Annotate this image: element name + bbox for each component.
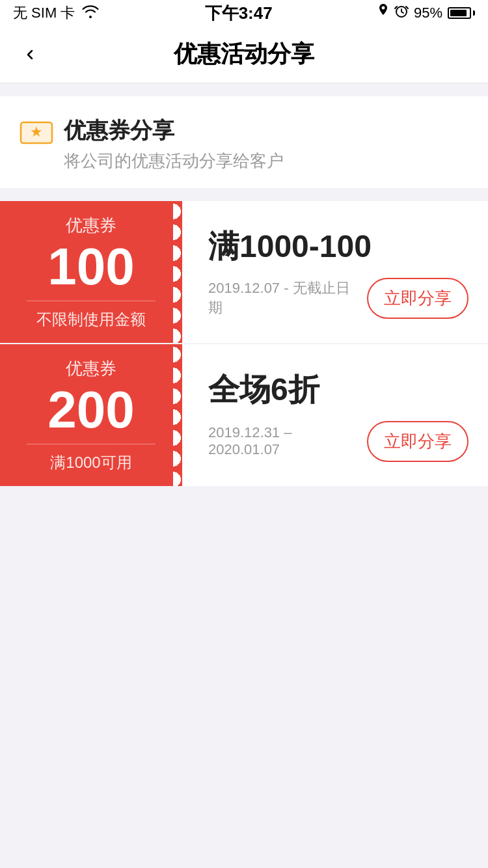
coupon-label-2: 优惠券 xyxy=(66,357,116,380)
back-button[interactable] xyxy=(16,40,44,69)
coupon-card-2: 优惠券 200 满1000可用 全场6折 2019.12.31 – 2020.0… xyxy=(0,344,488,486)
section-subtitle: 将公司的优惠活动分享给客户 xyxy=(64,150,284,172)
coupon-amount-1: 100 xyxy=(47,241,134,293)
svg-text:★: ★ xyxy=(30,124,43,140)
coupon-condition-1: 不限制使用金额 xyxy=(36,309,146,330)
page-title: 优惠活动分享 xyxy=(174,38,314,70)
battery-icon xyxy=(448,7,475,19)
section-text: 优惠券分享 将公司的优惠活动分享给客户 xyxy=(64,116,284,172)
coupon-title-1: 满1000-100 xyxy=(208,226,468,267)
coupon-right-2: 全场6折 2019.12.31 – 2020.01.07 立即分享 xyxy=(182,344,488,486)
battery-text: 95% xyxy=(414,5,442,21)
coupon-date-1: 2019.12.07 - 无截止日期 xyxy=(208,278,360,318)
status-time: 下午3:47 xyxy=(205,2,273,25)
coupon-meta-1: 2019.12.07 - 无截止日期 立即分享 xyxy=(208,278,468,319)
coupon-left-1: 优惠券 100 不限制使用金额 xyxy=(0,201,182,343)
nav-bar: 优惠活动分享 xyxy=(0,26,488,83)
share-button-2[interactable]: 立即分享 xyxy=(367,421,468,462)
coupon-amount-2: 200 xyxy=(47,384,134,436)
share-button-1[interactable]: 立即分享 xyxy=(367,278,468,319)
coupon-title-2: 全场6折 xyxy=(208,369,468,411)
coupon-divider-2 xyxy=(27,444,156,444)
section-header: ★ 优惠券分享 将公司的优惠活动分享给客户 xyxy=(0,96,488,188)
status-left: 无 SIM 卡 xyxy=(13,3,100,23)
coupon-divider-1 xyxy=(27,301,156,301)
bottom-area xyxy=(0,486,488,868)
section-title: 优惠券分享 xyxy=(64,116,284,146)
coupon-left-2: 优惠券 200 满1000可用 xyxy=(0,344,182,486)
coupon-meta-2: 2019.12.31 – 2020.01.07 立即分享 xyxy=(208,421,468,462)
wifi-icon xyxy=(81,4,100,22)
section-icon: ★ xyxy=(20,116,53,150)
status-right: 95% xyxy=(377,4,475,22)
coupon-card: 优惠券 100 不限制使用金额 满1000-100 2019.12.07 - 无… xyxy=(0,201,488,343)
alarm-icon xyxy=(394,4,409,22)
coupon-right-1: 满1000-100 2019.12.07 - 无截止日期 立即分享 xyxy=(182,201,488,343)
coupon-date-2: 2019.12.31 – 2020.01.07 xyxy=(208,424,360,458)
coupon-label-1: 优惠券 xyxy=(66,214,116,237)
location-icon xyxy=(377,4,389,22)
coupon-list: 优惠券 100 不限制使用金额 满1000-100 2019.12.07 - 无… xyxy=(0,201,488,486)
coupon-condition-2: 满1000可用 xyxy=(50,452,131,473)
status-bar: 无 SIM 卡 下午3:47 95% xyxy=(0,0,488,26)
carrier-text: 无 SIM 卡 xyxy=(13,3,75,23)
